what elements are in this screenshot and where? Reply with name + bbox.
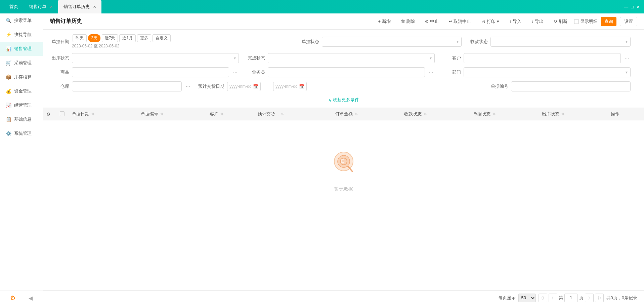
sidebar-item-basic-info[interactable]: 📋 基础信息 — [0, 112, 43, 126]
data-table: ⚙ 单据日期 ⇅ 单据编号 ⇅ 客户 — [43, 108, 644, 219]
order-no-input[interactable] — [511, 81, 631, 91]
date-btn-today[interactable]: 昨天 — [73, 34, 87, 42]
sidebar-settings-icon[interactable]: ⚙ — [10, 294, 15, 302]
sidebar-item-search-menu[interactable]: 🔍 搜索菜单 — [0, 13, 43, 28]
window-close[interactable]: ✕ — [636, 4, 640, 9]
product-dots[interactable]: ··· — [232, 69, 239, 75]
calendar-icon-from: 📅 — [253, 84, 258, 89]
display-detail-checkbox[interactable] — [574, 19, 579, 24]
delivery-date-to[interactable]: yyyy-mm-dd 📅 — [273, 82, 307, 91]
warehouse-input[interactable] — [72, 81, 182, 91]
sidebar-item-operation[interactable]: 📈 经营管理 — [0, 98, 43, 112]
dept-select[interactable]: ▾ — [464, 67, 631, 77]
date-btn-custom[interactable]: 自定义 — [153, 34, 171, 42]
out-status-arrow: ▾ — [234, 56, 236, 61]
date-btn-7days[interactable]: 近7天 — [102, 34, 118, 42]
salesperson-dots[interactable]: ··· — [428, 69, 435, 75]
window-minimize[interactable]: — — [624, 4, 628, 9]
export-button[interactable]: ↓ 导出 — [528, 17, 547, 26]
order-status-select[interactable]: ▾ — [322, 37, 462, 47]
sort-amount-icon: ⇅ — [355, 112, 358, 116]
sidebar-item-quick-nav[interactable]: ⚡ 快捷导航 — [0, 28, 43, 42]
finance-icon: 💰 — [5, 88, 11, 94]
top-bar-right: — □ ✕ — [624, 4, 640, 9]
filter-row-2: 出库状态 ▾ 完成状态 ▾ 客户 ··· — [50, 53, 637, 63]
date-btn-3days[interactable]: 3天 — [88, 34, 100, 42]
sidebar-item-sys-mgmt[interactable]: ⚙️ 系统管理 — [0, 126, 43, 141]
tab-sales-order-history[interactable]: 销售订单历史 ✕ — [58, 0, 101, 13]
pagination-nav: ⟨⟨ ⟨ 第 页 ⟩ ⟩⟩ — [539, 294, 604, 302]
sidebar-item-finance[interactable]: 💰 资金管理 — [0, 84, 43, 98]
sidebar-item-purchase-mgmt[interactable]: 🛒 采购管理 — [0, 56, 43, 70]
last-page-button[interactable]: ⟩⟩ — [595, 294, 604, 302]
stop-button[interactable]: ⊘ 中止 — [422, 17, 442, 26]
delivery-date-from[interactable]: yyyy-mm-dd 📅 — [227, 82, 261, 91]
sort-no-icon: ⇅ — [160, 112, 163, 116]
complete-status-select[interactable]: ▾ — [268, 53, 435, 63]
th-delivery-date[interactable]: 预计交货... ⇅ — [254, 108, 332, 120]
cancel-stop-button[interactable]: ↩ 取消中止 — [445, 17, 475, 26]
sidebar-item-sales-mgmt[interactable]: 📊 销售管理 — [0, 42, 43, 56]
salesperson-input[interactable] — [268, 67, 425, 77]
per-page-select[interactable]: 50 10 20 100 — [518, 294, 536, 302]
filter-row-1: 单据日期 昨天 3天 近7天 近1月 更多 自定义 2023-06-02 至 2… — [50, 34, 637, 49]
sort-out-icon: ⇅ — [561, 112, 564, 116]
out-status-select[interactable]: ▾ — [72, 53, 239, 63]
th-settings[interactable]: ⚙ — [43, 108, 56, 120]
date-btn-more[interactable]: 更多 — [137, 34, 151, 42]
dept-arrow: ▾ — [626, 70, 628, 75]
calendar-icon-to: 📅 — [299, 84, 304, 89]
order-status-label: 单据状态 — [300, 39, 319, 45]
tab-sales-order[interactable]: 销售订单 ✕ — [24, 0, 58, 13]
sidebar-item-inventory[interactable]: 📦 库存核算 — [0, 70, 43, 84]
sort-customer-icon: ⇅ — [220, 112, 223, 116]
sys-icon: ⚙️ — [5, 130, 11, 137]
th-out-status[interactable]: 出库状态 ⇅ — [539, 108, 607, 120]
first-page-button[interactable]: ⟨⟨ — [539, 294, 547, 302]
display-detail-toggle[interactable]: 显示明细 — [574, 18, 598, 25]
top-bar: 首页 销售订单 ✕ 销售订单历史 ✕ — □ ✕ — [0, 0, 644, 13]
warehouse-dots[interactable]: ··· — [184, 83, 191, 89]
th-customer[interactable]: 客户 ⇅ — [206, 108, 254, 120]
product-label: 商品 — [50, 69, 69, 75]
customer-dots[interactable]: ··· — [624, 55, 631, 61]
th-checkbox[interactable] — [56, 108, 69, 120]
filter-out-status-group: 出库状态 ▾ — [50, 53, 246, 63]
date-label: 单据日期 — [50, 39, 69, 45]
select-all-checkbox[interactable] — [60, 111, 65, 116]
empty-text: 暂无数据 — [334, 186, 353, 192]
new-button[interactable]: + 新增 — [375, 17, 394, 26]
product-input[interactable] — [72, 67, 229, 77]
import-button[interactable]: ↑ 导入 — [506, 17, 525, 26]
print-button[interactable]: 🖨 打印 ▾ — [478, 17, 503, 26]
refresh-button[interactable]: ↺ 刷新 — [550, 17, 571, 26]
per-page-label: 每页显示 — [498, 295, 516, 301]
dept-label: 部门 — [441, 69, 461, 75]
th-no[interactable]: 单据编号 ⇅ — [137, 108, 206, 120]
page-number-input[interactable] — [564, 294, 578, 302]
next-page-button[interactable]: ⟩ — [585, 294, 594, 302]
settings-button[interactable]: 设置 — [620, 17, 637, 26]
th-payment-status[interactable]: 收款状态 ⇅ — [401, 108, 470, 120]
sidebar-collapse-icon[interactable]: ◀ — [29, 295, 33, 301]
empty-state: 暂无数据 — [43, 120, 644, 219]
sales-icon: 📊 — [5, 46, 11, 52]
tab-home[interactable]: 首页 — [4, 0, 24, 13]
payment-status-select[interactable]: ▾ — [490, 37, 631, 47]
th-order-status[interactable]: 单据状态 ⇅ — [470, 108, 539, 120]
sort-delivery-icon: ⇅ — [281, 112, 284, 116]
svg-rect-4 — [341, 159, 344, 163]
prev-page-button[interactable]: ⟨ — [549, 294, 557, 302]
filter-salesperson-group: 业务员 ··· — [246, 67, 441, 77]
customer-input[interactable] — [464, 53, 621, 63]
delete-button[interactable]: 🗑 删除 — [397, 17, 419, 26]
query-button[interactable]: 查询 — [601, 17, 616, 26]
th-amount[interactable]: 订单金额 ⇅ — [332, 108, 401, 120]
customer-label: 客户 — [441, 55, 461, 61]
window-maximize[interactable]: □ — [631, 4, 634, 9]
collapse-button[interactable]: ∧ 收起更多条件 — [328, 97, 359, 103]
close-tab-history[interactable]: ✕ — [93, 5, 96, 9]
close-tab-sales-order[interactable]: ✕ — [50, 5, 53, 9]
th-date[interactable]: 单据日期 ⇅ — [69, 108, 137, 120]
date-btn-1month[interactable]: 近1月 — [119, 34, 136, 42]
